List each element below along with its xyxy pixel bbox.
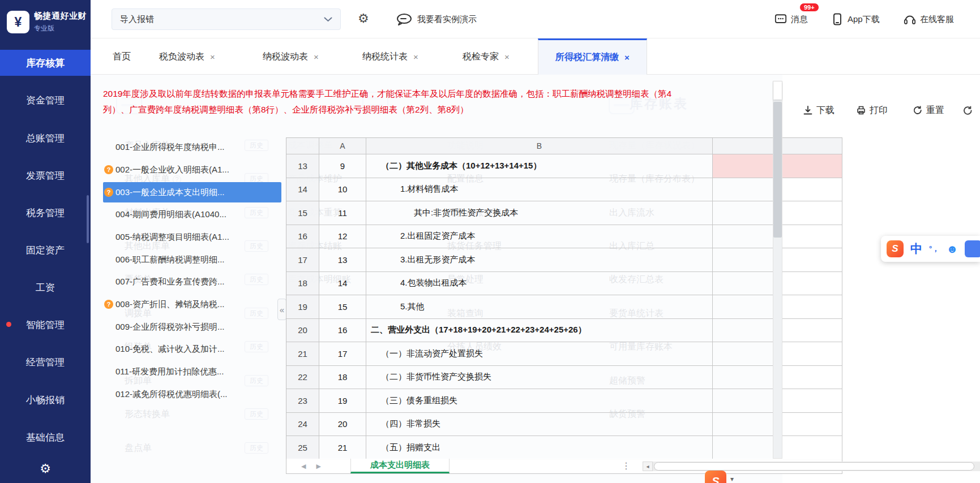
tab-home[interactable]: 首页	[113, 38, 131, 75]
cell-b[interactable]: 4.包装物出租成本	[366, 272, 713, 296]
form-list-item[interactable]: 005-纳税调整项目明细表(A1...	[103, 227, 281, 247]
form-list-item-selected[interactable]: ?003-一般企业成本支出明细...	[103, 182, 281, 202]
gear-icon[interactable]: ⚙	[358, 11, 369, 26]
horizontal-scrollbar-track[interactable]	[653, 462, 980, 471]
form-list-item[interactable]: 011-研发费用加计扣除优惠...	[103, 362, 281, 381]
cell-a[interactable]: 14	[319, 272, 366, 296]
close-icon[interactable]: ×	[314, 52, 319, 62]
row-number[interactable]: 23	[286, 389, 319, 413]
sogou-input-icon[interactable]: S	[705, 471, 726, 483]
sogou-logo-icon[interactable]: S	[887, 240, 904, 257]
row-number[interactable]: 22	[286, 366, 319, 390]
sidebar-settings-gear-icon[interactable]: ⚙	[0, 462, 91, 476]
row-number[interactable]: 14	[286, 178, 319, 202]
ime-extra-icon[interactable]	[965, 240, 980, 257]
horizontal-scrollbar-thumb[interactable]	[654, 462, 974, 471]
sidebar-item-expense[interactable]: 小畅报销	[0, 387, 91, 413]
cell-b[interactable]: （三）债务重组损失	[366, 389, 713, 413]
row-number[interactable]: 18	[286, 272, 319, 296]
form-list-item[interactable]: 004-期间费用明细表(A1040...	[103, 205, 281, 224]
sheet-tab-next-icon[interactable]: ▶	[316, 463, 320, 470]
row-number[interactable]: 25	[286, 436, 319, 460]
print-button[interactable]: 打印	[856, 103, 888, 118]
tab-tax-wave[interactable]: 纳税波动表×	[263, 38, 319, 75]
row-number[interactable]: 24	[286, 413, 319, 437]
cell-b[interactable]: （二）其他业务成本（10+12+13+14+15）	[366, 154, 713, 178]
close-icon[interactable]: ×	[504, 52, 510, 62]
emoji-icon[interactable]: ☻	[946, 243, 958, 256]
cell-a[interactable]: 16	[319, 319, 366, 343]
more-options-icon[interactable]: ⋮	[622, 460, 631, 471]
messages-button[interactable]: 消息	[774, 13, 808, 25]
cell-b[interactable]: （二）非货币性资产交换损失	[366, 366, 713, 390]
form-list-item[interactable]: 007-广告费和业务宣传费跨...	[103, 272, 281, 291]
cell-b[interactable]: 二、营业外支出（17+18+19+20+21+22+23+24+25+26）	[366, 319, 713, 343]
cell-a[interactable]: 20	[319, 413, 366, 437]
cell-b[interactable]: （一）非流动资产处置损失	[366, 342, 713, 366]
sogou-caret-icon[interactable]: ▾	[730, 475, 734, 483]
cell-a[interactable]: 18	[319, 366, 366, 390]
cell-b[interactable]: 2.出租固定资产成本	[366, 225, 713, 249]
row-number[interactable]: 21	[286, 342, 319, 366]
row-number[interactable]: 15	[286, 201, 319, 225]
row-number[interactable]: 19	[286, 295, 319, 319]
sidebar-item-base-info[interactable]: 基础信息	[0, 424, 91, 450]
cell-a[interactable]: 13	[319, 248, 366, 272]
vertical-scrollbar-thumb[interactable]	[773, 102, 782, 238]
download-button[interactable]: 下载	[803, 103, 835, 118]
sheet-tab-prev-icon[interactable]: ◀	[301, 463, 306, 470]
import-error-dropdown[interactable]: 导入报错	[112, 8, 341, 30]
online-service-button[interactable]: 在线客服	[904, 13, 954, 25]
cell-a[interactable]: 21	[319, 436, 366, 460]
tab-tax-burden[interactable]: 税负波动表×	[159, 38, 215, 75]
form-list-item[interactable]: 010-免税、减计收入及加计...	[103, 339, 281, 359]
column-header-a[interactable]: A	[319, 138, 366, 154]
scroll-left-icon[interactable]: ◂	[643, 462, 653, 471]
sidebar-item-invoice[interactable]: 发票管理	[0, 162, 91, 188]
cell-b[interactable]: 5.其他	[366, 295, 713, 319]
horizontal-scrollbar[interactable]: ◂	[643, 462, 980, 471]
corner-header-cell[interactable]	[286, 138, 319, 154]
cell-b[interactable]: （四）非常损失	[366, 413, 713, 437]
cell-a[interactable]: 12	[319, 225, 366, 249]
cell-a[interactable]: 9	[319, 154, 366, 178]
sheet-tab-cost-expense[interactable]: 成本支出明细表	[350, 459, 450, 473]
sidebar-item-business-management[interactable]: 经营管理	[0, 349, 91, 375]
row-number[interactable]: 16	[286, 225, 319, 249]
cell-b[interactable]: 3.出租无形资产成本	[366, 248, 713, 272]
cell-b[interactable]: 1.材料销售成本	[366, 178, 713, 202]
sidebar-item-fixed-assets[interactable]: 固定资产	[0, 237, 91, 263]
close-icon[interactable]: ×	[210, 52, 215, 62]
form-list-item[interactable]: ?002-一般企业收入明细表(A1...	[103, 160, 281, 179]
form-list-item[interactable]: 006-职工薪酬纳税调整明细...	[103, 250, 281, 269]
cell-a[interactable]: 17	[319, 342, 366, 366]
row-number[interactable]: 13	[286, 154, 319, 178]
scroll-up-button[interactable]	[773, 81, 782, 100]
sidebar-item-smart-management[interactable]: 智能管理	[0, 312, 91, 338]
form-list-item[interactable]: 012-减免所得税优惠明细表(...	[103, 385, 281, 404]
refresh-button[interactable]	[962, 103, 973, 118]
cell-b[interactable]: 其中:非货币性资产交换成本	[366, 201, 713, 225]
tab-tax-stats[interactable]: 纳税统计表×	[362, 38, 418, 75]
form-list-item[interactable]: ?008-资产折旧、摊销及纳税...	[103, 295, 281, 314]
row-number[interactable]: 17	[286, 248, 319, 272]
column-header-b[interactable]: B	[366, 138, 713, 154]
ime-language-mode[interactable]: 中	[910, 241, 922, 257]
form-list-item[interactable]: 001-企业所得税年度纳税申...	[103, 137, 281, 157]
tab-tax-expert[interactable]: 税检专家×	[463, 38, 510, 75]
sidebar-scrollbar[interactable]	[87, 195, 89, 243]
vertical-scrollbar[interactable]	[773, 81, 782, 459]
sidebar-item-funds[interactable]: 资金管理	[0, 87, 91, 113]
cell-a[interactable]: 10	[319, 178, 366, 202]
cell-a[interactable]: 11	[319, 201, 366, 225]
panel-collapse-handle[interactable]: «	[277, 299, 286, 320]
cell-a[interactable]: 15	[319, 295, 366, 319]
sidebar-item-inventory-accounting[interactable]: 库存核算	[0, 50, 91, 76]
close-icon[interactable]: ×	[624, 53, 630, 62]
sidebar-item-general-ledger[interactable]: 总账管理	[0, 125, 91, 151]
cell-a[interactable]: 19	[319, 389, 366, 413]
ime-punctuation-mode[interactable]: °，	[929, 244, 939, 254]
sidebar-item-tax[interactable]: 税务管理	[0, 200, 91, 226]
close-icon[interactable]: ×	[413, 52, 418, 62]
reset-button[interactable]: 重置	[913, 103, 944, 118]
